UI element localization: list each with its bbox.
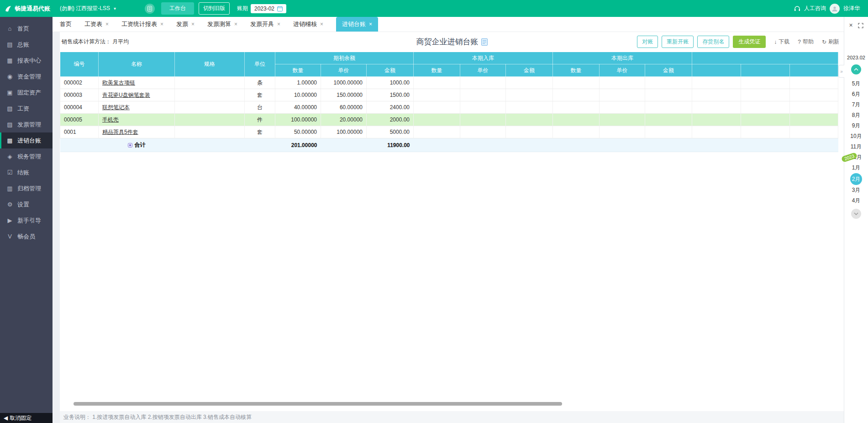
month-item[interactable]: 7月	[844, 100, 868, 110]
month-item[interactable]: 5月	[844, 79, 868, 89]
fullscreen-icon[interactable]	[858, 22, 863, 28]
item-name-link[interactable]: 欧美复古项链	[102, 79, 135, 86]
refresh-link[interactable]: ↻ 刷新	[822, 38, 839, 46]
sidebar-item[interactable]: ▩ 进销台账	[0, 132, 53, 148]
close-all-tabs-icon[interactable]: ×	[849, 22, 852, 28]
table-row[interactable]: 0001 精品茶具5件套 套 50.00000 100.00000 5000.0…	[60, 126, 838, 138]
subheader-qty[interactable]: 数量	[275, 64, 321, 77]
item-name-link[interactable]: 联想笔记本	[102, 104, 130, 111]
sidebar-item[interactable]: ⌂ 首页	[0, 21, 53, 37]
tab[interactable]: 首页	[60, 17, 72, 32]
reopen-account-button[interactable]: 重新开账	[662, 36, 694, 48]
table-row[interactable]: 000005 手机壳 件 100.00000 20.00000 2000.00	[60, 114, 838, 126]
sidebar-item-label: 畅会员	[17, 233, 35, 241]
tab[interactable]: 进销台账 ×	[336, 17, 378, 32]
item-name-link[interactable]: 青花瓷U盘钢笔套装	[102, 92, 150, 98]
cell-opening-price: 150.00000	[321, 89, 367, 101]
cell-opening-qty: 100.00000	[275, 114, 321, 126]
month-item[interactable]: 12月	[844, 152, 868, 163]
table-row[interactable]: 000004 联想笔记本 台 40.00000 60.00000 2400.00	[60, 101, 838, 114]
item-name-link[interactable]: 精品茶具5件套	[102, 129, 138, 135]
subheader-qty[interactable]: 数量	[414, 64, 460, 77]
tab-close-icon[interactable]: ×	[320, 21, 323, 27]
username[interactable]: 徐泽华	[843, 5, 860, 12]
doc-quick-icon[interactable]	[145, 4, 155, 14]
sidebar-item[interactable]: ◉ 资金管理	[0, 69, 53, 85]
workbench-button[interactable]: 工作台	[161, 2, 194, 15]
tab[interactable]: 发票测算 ×	[207, 17, 237, 32]
cell-in-qty	[414, 77, 460, 89]
sidebar-item[interactable]: ◈ 税务管理	[0, 148, 53, 164]
table-row[interactable]: 000003 青花瓷U盘钢笔套装 套 10.00000 150.00000 15…	[60, 89, 838, 101]
period-value: 2023-02	[254, 5, 274, 12]
month-item[interactable]: 6月	[844, 89, 868, 100]
inventory-alias-button[interactable]: 存货别名	[697, 36, 729, 48]
tab-close-icon[interactable]: ×	[369, 21, 372, 27]
sidebar-item-icon: V	[6, 233, 13, 240]
user-avatar[interactable]	[830, 4, 840, 14]
download-link[interactable]: ↓ 下载	[774, 38, 789, 46]
company-select[interactable]: (勿删) 江西报堂-LSS ▾	[60, 5, 137, 12]
tab-close-icon[interactable]: ×	[160, 21, 163, 27]
subheader-price[interactable]: 单价	[460, 64, 506, 77]
column-header-code[interactable]: 编号	[60, 52, 99, 77]
month-item[interactable]: 2月	[850, 173, 862, 185]
tab[interactable]: 进销稽核 ×	[293, 17, 323, 32]
column-header-name[interactable]: 名称	[99, 52, 175, 77]
month-item[interactable]: 1月	[844, 163, 868, 173]
column-header-spec[interactable]: 规格	[175, 52, 245, 77]
sidebar-item-label: 固定资产	[17, 89, 41, 97]
scroll-months-up-button[interactable]	[851, 64, 861, 74]
sidebar-item[interactable]: ▥ 归档管理	[0, 180, 53, 196]
sidebar-item[interactable]: ☑ 结账	[0, 164, 53, 180]
scroll-months-down-button[interactable]	[851, 209, 861, 219]
headset-icon	[794, 5, 800, 12]
help-link[interactable]: ? 帮助	[798, 38, 814, 46]
switch-old-version-button[interactable]: 切到旧版	[199, 2, 230, 15]
subheader-price[interactable]: 单价	[600, 64, 645, 77]
month-item[interactable]: 9月	[844, 121, 868, 131]
tab[interactable]: 发票 ×	[176, 17, 195, 32]
sidebar-item[interactable]: ▤ 总账	[0, 37, 53, 53]
subheader-amount[interactable]: 金额	[645, 64, 692, 77]
sidebar-item[interactable]: ⚙ 设置	[0, 196, 53, 212]
subheader-amount[interactable]: 金额	[367, 64, 414, 77]
month-item[interactable]: 10月	[844, 131, 868, 142]
current-period-label: 2023.02	[844, 55, 868, 60]
month-item[interactable]: 3月	[844, 185, 868, 196]
subheader-blank	[790, 64, 838, 77]
sidebar: ⌂ 首页 ▤ 总账 ▦ 报表中心 ◉ 资金管理 ▣ 固定资产 ▧ 工资 ▨ 发票…	[0, 17, 53, 423]
sidebar-item[interactable]: ▣ 固定资产	[0, 85, 53, 100]
unpin-sidebar-toggle[interactable]: ◀ 取消固定	[0, 413, 53, 423]
title-doc-icon[interactable]	[481, 38, 488, 46]
reconcile-button[interactable]: 对账	[637, 36, 658, 48]
tab-close-icon[interactable]: ×	[277, 21, 280, 27]
period-selector[interactable]: 2023-02	[251, 4, 286, 13]
sidebar-item[interactable]: ▧ 工资	[0, 100, 53, 116]
tab[interactable]: 工资统计报表 ×	[121, 17, 163, 32]
month-item[interactable]: 11月	[844, 142, 868, 152]
column-header-unit[interactable]: 单位	[245, 52, 275, 77]
month-item[interactable]: 8月	[844, 110, 868, 121]
panel-collapse-handle[interactable]: »	[838, 65, 844, 78]
consult-link[interactable]: 人工咨询	[804, 5, 826, 12]
tab-close-icon[interactable]: ×	[191, 21, 195, 27]
item-name-link[interactable]: 手机壳	[102, 116, 119, 123]
cell-in-qty	[414, 101, 460, 114]
tab-close-icon[interactable]: ×	[105, 21, 109, 27]
sidebar-item[interactable]: V 畅会员	[0, 228, 53, 244]
table-row[interactable]: 000002 欧美复古项链 条 1.00000 1000.00000 1000.…	[60, 77, 838, 89]
tab[interactable]: 发票开具 ×	[250, 17, 280, 32]
period-label: 账期	[237, 5, 248, 12]
subheader-amount[interactable]: 金额	[506, 64, 553, 77]
subheader-qty[interactable]: 数量	[553, 64, 600, 77]
tab-close-icon[interactable]: ×	[234, 21, 237, 27]
generate-voucher-button[interactable]: 生成凭证	[733, 36, 766, 48]
sidebar-item[interactable]: ▶ 新手引导	[0, 212, 53, 228]
sidebar-item[interactable]: ▨ 发票管理	[0, 116, 53, 132]
tab[interactable]: 工资表 ×	[84, 17, 109, 32]
month-item[interactable]: 4月	[844, 196, 868, 206]
horizontal-scrollbar[interactable]	[74, 402, 562, 406]
subheader-price[interactable]: 单价	[321, 64, 367, 77]
sidebar-item[interactable]: ▦ 报表中心	[0, 53, 53, 69]
